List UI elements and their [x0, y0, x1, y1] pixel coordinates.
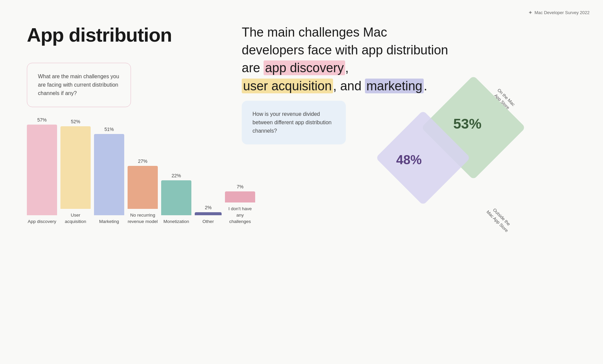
bar-group: 51% Marketing: [94, 127, 124, 225]
bar-group: 22% Monetization: [161, 173, 191, 225]
bar-pct: 27%: [138, 158, 147, 164]
right-section: The main challenges Mac developers face …: [242, 24, 584, 112]
page-title: App distribution: [27, 24, 262, 46]
bar-label: Useracquisition: [65, 212, 86, 225]
bar-label: I don't haveany challenges: [225, 206, 255, 225]
headline: The main challenges Mac developers face …: [242, 24, 450, 95]
diamond-lavender-pct: 48%: [396, 153, 422, 167]
bar-chart: 57% App discovery 52% Useracquisition 51…: [27, 121, 262, 225]
bar-rect: [128, 166, 158, 209]
bar-rect: [27, 125, 57, 215]
bar-pct: 7%: [237, 184, 243, 189]
question2-text: How is your revenue divided between diff…: [252, 110, 335, 135]
bar-label: Other: [202, 219, 214, 225]
bar-group: 57% App discovery: [27, 117, 57, 225]
diamonds-container: On the MacApp Store 53% 48% Outside theM…: [369, 91, 537, 225]
bar-pct: 2%: [205, 205, 212, 210]
headline-part3: , and: [333, 79, 365, 93]
question-box2: How is your revenue divided between diff…: [242, 101, 346, 144]
bar-rect: [195, 212, 222, 215]
question-text: What are the main challenges you are fac…: [38, 73, 120, 97]
highlight-discovery: app discovery: [264, 60, 345, 75]
outside-store-label: Outside theMac App Store: [485, 205, 514, 233]
brand-icon: ✦: [528, 9, 532, 16]
diamond-green-pct: 53%: [453, 116, 481, 132]
brand-text: Mac Developer Survey 2022: [535, 10, 590, 15]
headline-part2: ,: [345, 61, 349, 75]
bar-pct: 57%: [37, 117, 47, 123]
bar-rect: [161, 180, 191, 215]
brand-label: ✦ Mac Developer Survey 2022: [528, 9, 590, 16]
bar-pct: 51%: [104, 127, 114, 132]
bar-label: Marketing: [99, 219, 119, 225]
bar-rect: [225, 191, 255, 202]
bar-group: 2% Other: [195, 205, 222, 225]
bar-group: 52% Useracquisition: [60, 119, 91, 225]
bar-group: 27% No recurringrevenue model: [128, 158, 158, 225]
bar-rect: [60, 126, 91, 209]
left-section: App distribution What are the main chall…: [27, 24, 262, 225]
bar-label: App discovery: [28, 219, 56, 225]
bar-label: Monetization: [164, 219, 189, 225]
bar-pct: 52%: [71, 119, 80, 124]
question-box: What are the main challenges you are fac…: [27, 63, 131, 107]
bar-label: No recurringrevenue model: [128, 212, 157, 225]
highlight-user: user acquisition: [242, 79, 333, 93]
bar-group: 7% I don't haveany challenges: [225, 184, 255, 225]
bar-rect: [94, 134, 124, 215]
bar-pct: 22%: [172, 173, 181, 178]
